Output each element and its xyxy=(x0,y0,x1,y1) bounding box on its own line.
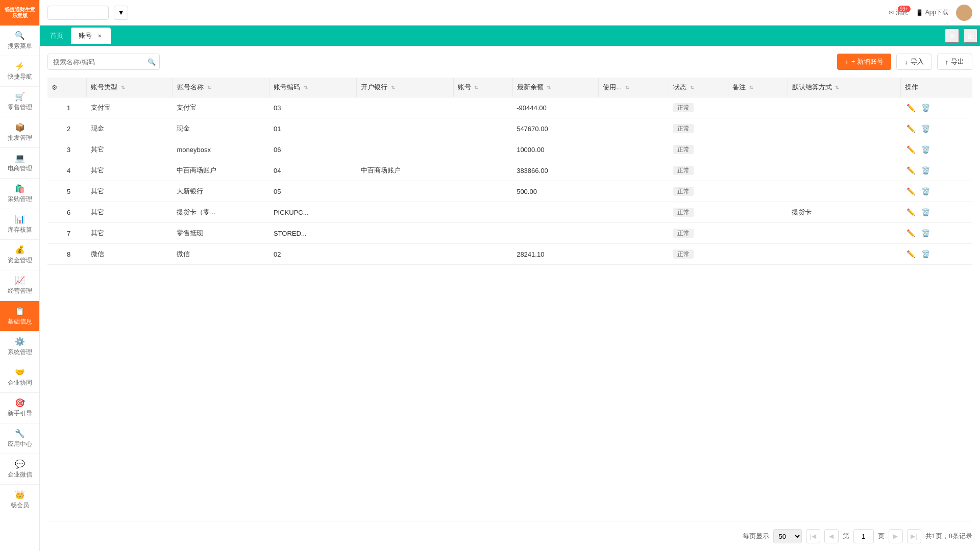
row-type: 其它 xyxy=(87,223,173,244)
dropdown-button[interactable]: ▼ xyxy=(114,6,128,20)
sidebar-item-quick-nav[interactable]: ⚡ 快捷导航 xyxy=(0,56,39,87)
table-row: 6 其它 提货卡（零... PICKUPC... 正常 提货卡 ✏️ 🗑️ xyxy=(47,202,972,223)
col-balance[interactable]: 最新余额 ⇅ xyxy=(512,78,599,97)
col-remark[interactable]: 备注 ⇅ xyxy=(728,78,788,97)
page-number-input[interactable] xyxy=(853,529,874,543)
row-index: 8 xyxy=(63,244,87,265)
member-icon: 👑 xyxy=(3,490,37,499)
search-input[interactable] xyxy=(47,54,160,70)
tab-bar-actions: ✕ ⊞ xyxy=(945,29,977,43)
edit-button[interactable]: ✏️ xyxy=(904,144,917,155)
row-index: 3 xyxy=(63,139,87,160)
delete-button[interactable]: 🗑️ xyxy=(919,144,932,155)
col-status[interactable]: 状态 ⇅ xyxy=(669,78,728,97)
edit-button[interactable]: ✏️ xyxy=(904,207,917,217)
sidebar-item-system[interactable]: ⚙️ 系统管理 xyxy=(0,332,39,362)
sidebar-item-enterprise-collab[interactable]: 🤝 企业协同 xyxy=(0,362,39,393)
row-account xyxy=(453,181,512,202)
col-account[interactable]: 账号 ⇅ xyxy=(453,78,512,97)
row-settings xyxy=(47,202,63,223)
per-page-select[interactable]: 50 100 200 xyxy=(773,529,802,543)
tab-home[interactable]: 首页 xyxy=(42,28,71,44)
sidebar-item-finance-label: 资金管理 xyxy=(8,257,32,264)
sidebar-item-retail[interactable]: 🛒 零售管理 xyxy=(0,87,39,117)
col-index xyxy=(63,78,87,97)
tab-account[interactable]: 账号 ✕ xyxy=(71,28,111,44)
message-button[interactable]: ✉ 消息 99+ xyxy=(889,8,908,17)
col-code[interactable]: 账号编码 ⇅ xyxy=(270,78,357,97)
row-name: 零售抵现 xyxy=(173,223,270,244)
page-next-btn[interactable]: ▶ xyxy=(889,529,903,543)
page-last-btn[interactable]: ▶| xyxy=(907,529,921,543)
col-default-settlement[interactable]: 默认结算方式 ⇅ xyxy=(788,78,900,97)
row-settings xyxy=(47,97,63,118)
sidebar-item-finance[interactable]: 💰 资金管理 xyxy=(0,240,39,270)
row-actions: ✏️ 🗑️ xyxy=(900,97,972,118)
sidebar-item-beginner-guide[interactable]: 🎯 新手引导 xyxy=(0,393,39,423)
tab-maximize-btn[interactable]: ⊞ xyxy=(963,29,977,43)
row-index: 4 xyxy=(63,160,87,181)
edit-button[interactable]: ✏️ xyxy=(904,165,917,176)
edit-button[interactable]: ✏️ xyxy=(904,123,917,134)
row-balance: 10000.00 xyxy=(512,139,599,160)
delete-button[interactable]: 🗑️ xyxy=(919,228,932,238)
app-download-button[interactable]: 📱 App下载 xyxy=(916,8,948,17)
sidebar-item-member[interactable]: 👑 畅会员 xyxy=(0,485,39,515)
content-area: 🔍 + + 新增账号 ↓ 导入 ↑ 导出 ⚙ xyxy=(40,46,980,551)
sidebar-item-wholesale[interactable]: 📦 批发管理 xyxy=(0,117,39,148)
sidebar-item-purchase[interactable]: 🛍️ 采购管理 xyxy=(0,179,39,209)
sidebar-item-basic-info[interactable]: 📋 基础信息 xyxy=(0,301,39,332)
delete-button[interactable]: 🗑️ xyxy=(919,186,932,196)
import-button[interactable]: ↓ 导入 xyxy=(896,54,932,70)
sidebar-item-retail-label: 零售管理 xyxy=(8,104,32,111)
row-name: 大新银行 xyxy=(173,181,270,202)
row-account xyxy=(453,97,512,118)
inventory-icon: 📊 xyxy=(3,214,37,224)
row-status: 正常 xyxy=(669,244,728,265)
search-icon[interactable]: 🔍 xyxy=(148,58,156,66)
delete-button[interactable]: 🗑️ xyxy=(919,165,932,176)
sidebar-item-search[interactable]: 🔍 搜索菜单 xyxy=(0,26,39,56)
col-usage[interactable]: 使用... ⇅ xyxy=(599,78,669,97)
row-type: 其它 xyxy=(87,202,173,223)
page-prev-btn[interactable]: ◀ xyxy=(824,529,839,543)
edit-button[interactable]: ✏️ xyxy=(904,228,917,238)
row-account xyxy=(453,160,512,181)
app-download-label: App下载 xyxy=(925,8,948,17)
row-name: 微信 xyxy=(173,244,270,265)
col-bank[interactable]: 开户银行 ⇅ xyxy=(357,78,454,97)
main-area: ▼ ✉ 消息 99+ 📱 App下载 首页 账号 ✕ ✕ ⊞ xyxy=(40,0,980,551)
col-name[interactable]: 账号名称 ⇅ xyxy=(173,78,270,97)
sidebar-item-ecommerce[interactable]: 💻 电商管理 xyxy=(0,148,39,179)
delete-button[interactable]: 🗑️ xyxy=(919,103,932,113)
edit-button[interactable]: ✏️ xyxy=(904,103,917,113)
page-first-btn[interactable]: |◀ xyxy=(806,529,820,543)
row-remark xyxy=(728,160,788,181)
delete-button[interactable]: 🗑️ xyxy=(919,249,932,259)
add-account-button[interactable]: + + 新增账号 xyxy=(837,54,891,70)
row-default-settlement xyxy=(788,139,900,160)
edit-button[interactable]: ✏️ xyxy=(904,249,917,259)
row-settings xyxy=(47,223,63,244)
sidebar-item-enterprise-collab-label: 企业协同 xyxy=(8,379,32,386)
edit-button[interactable]: ✏️ xyxy=(904,186,917,196)
row-actions: ✏️ 🗑️ xyxy=(900,160,972,181)
row-bank xyxy=(357,244,454,265)
tab-close-btn[interactable]: ✕ xyxy=(945,29,959,43)
tab-account-close[interactable]: ✕ xyxy=(96,32,103,39)
col-type[interactable]: 账号类型 ⇅ xyxy=(87,78,173,97)
sidebar-item-app-center[interactable]: 🔧 应用中心 xyxy=(0,423,39,454)
top-search-input[interactable] xyxy=(47,6,109,20)
export-button[interactable]: ↑ 导出 xyxy=(937,54,973,70)
sidebar-item-inventory[interactable]: 📊 库存核算 xyxy=(0,209,39,240)
delete-button[interactable]: 🗑️ xyxy=(919,207,932,217)
row-status: 正常 xyxy=(669,202,728,223)
sidebar-item-enterprise-wechat[interactable]: 💬 企业微信 xyxy=(0,454,39,485)
user-avatar[interactable] xyxy=(956,5,972,21)
row-account xyxy=(453,202,512,223)
table-row: 4 其它 中百商场账户 04 中百商场账户 383866.00 正常 ✏️ 🗑️ xyxy=(47,160,972,181)
row-bank xyxy=(357,202,454,223)
sidebar-item-operations[interactable]: 📈 经营管理 xyxy=(0,270,39,301)
delete-button[interactable]: 🗑️ xyxy=(919,123,932,134)
col-settings[interactable]: ⚙ xyxy=(47,78,63,97)
